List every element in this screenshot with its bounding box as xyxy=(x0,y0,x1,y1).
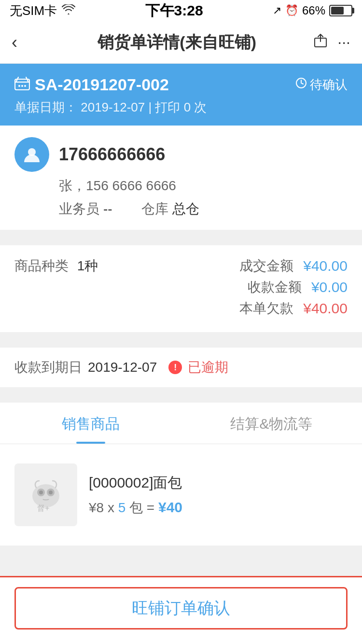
svg-point-11 xyxy=(49,490,53,494)
product-info: [0000002]面包 ¥8 x 5 包 = ¥40 xyxy=(89,473,348,517)
nav-bar: ‹ 销货单详情(来自旺铺) ··· xyxy=(0,21,362,64)
confirm-button-wrap: 旺铺订单确认 xyxy=(0,576,362,644)
tabs-section: 销售商品 结算&物流等 xyxy=(0,403,362,444)
svg-point-3 xyxy=(21,85,23,87)
page-title: 销货单详情(来自旺铺) xyxy=(41,31,313,54)
customer-name: 张，156 6666 6666 xyxy=(59,177,348,195)
order-banner: SA-20191207-002 待确认 单据日期： 2019-12-07 | 打… xyxy=(0,64,362,126)
product-type: 商品种类 1种 xyxy=(14,257,98,275)
back-button[interactable]: ‹ xyxy=(12,32,41,53)
product-name: [0000002]面包 xyxy=(89,473,348,493)
status-time: 下午3:28 xyxy=(145,1,203,21)
product-item: 督+ [0000002]面包 ¥8 x 5 包 = ¥40 xyxy=(14,454,348,536)
received-amount-row: 收款金额 ¥0.00 xyxy=(239,278,348,296)
alarm-icon: ⏰ xyxy=(285,4,298,17)
summary-section: 商品种类 1种 成交金额 ¥40.00 收款金额 ¥0.00 本单欠款 ¥40.… xyxy=(0,245,362,332)
order-status: 待确认 xyxy=(295,76,348,93)
customer-meta: 业务员 -- 仓库 总仓 xyxy=(59,200,348,218)
overdue-warning-icon: ! xyxy=(168,361,182,374)
order-id: SA-20191207-002 xyxy=(14,75,169,94)
status-clock-icon xyxy=(295,77,307,92)
nav-actions: ··· xyxy=(313,33,350,51)
due-date-section: 收款到期日 2019-12-07 ! 已逾期 xyxy=(0,348,362,387)
status-carrier: 无SIM卡 xyxy=(10,2,75,19)
location-icon: ↗ xyxy=(273,4,281,17)
owed-amount-row: 本单欠款 ¥40.00 xyxy=(239,299,348,318)
share-icon[interactable] xyxy=(313,33,328,51)
order-id-icon xyxy=(14,75,30,94)
svg-point-2 xyxy=(18,85,20,87)
battery-percentage: 66% xyxy=(302,4,325,17)
amount-summary: 成交金额 ¥40.00 收款金额 ¥0.00 本单欠款 ¥40.00 xyxy=(239,257,348,321)
tab-sales-products[interactable]: 销售商品 xyxy=(0,403,181,444)
product-price-row: ¥8 x 5 包 = ¥40 xyxy=(89,499,348,517)
tab-settlement-logistics[interactable]: 结算&物流等 xyxy=(181,403,362,444)
status-bar: 无SIM卡 下午3:28 ↗ ⏰ 66% xyxy=(0,0,362,21)
svg-point-10 xyxy=(39,490,43,494)
customer-avatar xyxy=(14,137,49,172)
divider-3 xyxy=(0,395,362,403)
more-icon[interactable]: ··· xyxy=(337,33,350,51)
confirm-order-button[interactable]: 旺铺订单确认 xyxy=(14,587,348,630)
overdue-text: 已逾期 xyxy=(188,358,228,377)
svg-text:督+: 督+ xyxy=(37,504,49,512)
tabs-row: 销售商品 结算&物流等 xyxy=(0,403,362,444)
customer-phone: 17666666666 xyxy=(59,144,165,165)
svg-point-4 xyxy=(24,85,26,87)
product-thumbnail: 督+ xyxy=(14,463,77,526)
salesperson-meta: 业务员 -- xyxy=(59,200,112,218)
divider-2 xyxy=(0,340,362,348)
deal-amount-row: 成交金额 ¥40.00 xyxy=(239,257,348,275)
status-indicators: ↗ ⏰ 66% xyxy=(273,4,352,17)
order-date: 单据日期： 2019-12-07 | 打印 0 次 xyxy=(14,99,348,116)
warehouse-meta: 仓库 总仓 xyxy=(141,200,199,218)
wifi-icon xyxy=(62,3,75,18)
divider-1 xyxy=(0,238,362,245)
product-section: 督+ [0000002]面包 ¥8 x 5 包 = ¥40 xyxy=(0,444,362,546)
carrier-text: 无SIM卡 xyxy=(10,2,57,19)
customer-section: 17666666666 张，156 6666 6666 业务员 -- 仓库 总仓 xyxy=(0,126,362,230)
battery-icon xyxy=(329,5,352,16)
